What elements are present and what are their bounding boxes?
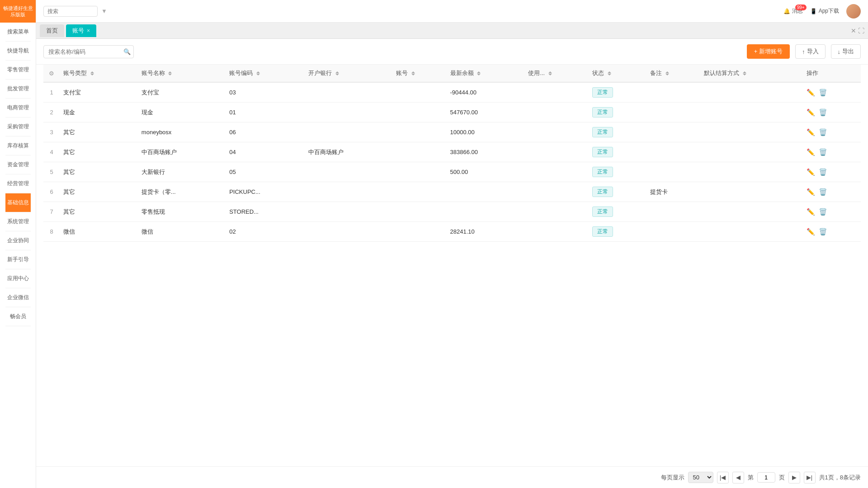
cell-status: 正常 (589, 202, 646, 222)
cell-use (524, 82, 589, 103)
sidebar-item-2[interactable]: 零售管理 (5, 61, 31, 80)
edit-icon-row-3[interactable]: ✏️ (807, 148, 815, 156)
sidebar-item-7[interactable]: 资金管理 (5, 155, 31, 174)
delete-icon-row-2[interactable]: 🗑️ (819, 128, 827, 136)
delete-icon-row-4[interactable]: 🗑️ (819, 168, 827, 176)
chevron-down-icon: ▼ (101, 8, 107, 14)
sidebar-item-5[interactable]: 采购管理 (5, 117, 31, 136)
status-badge: 正常 (592, 206, 613, 217)
bell-icon: 🔔 (783, 8, 790, 14)
tab-restore-icon[interactable]: ✕ (851, 27, 856, 34)
delete-icon-row-0[interactable]: 🗑️ (819, 89, 827, 97)
sidebar-item-8[interactable]: 经营管理 (5, 174, 31, 193)
gear-icon[interactable]: ⚙ (49, 70, 54, 77)
cell-name: 提货卡（零... (138, 182, 226, 202)
row-num: 6 (43, 182, 60, 202)
cell-remark (646, 222, 700, 242)
col-default-settle[interactable]: 默认结算方式 (700, 65, 803, 82)
sidebar-item-13[interactable]: 应用中心 (5, 269, 31, 288)
sidebar-item-11[interactable]: 企业协同 (5, 231, 31, 250)
cell-account (392, 162, 446, 182)
export-icon: ↓ (838, 48, 841, 55)
sidebar-item-3[interactable]: 批发管理 (5, 80, 31, 99)
per-page-select[interactable]: 50 100 200 (688, 472, 713, 483)
delete-icon-row-5[interactable]: 🗑️ (819, 188, 827, 196)
cell-account (392, 82, 446, 103)
cell-bank (305, 122, 392, 142)
app-download-button[interactable]: 📱 App下载 (810, 7, 839, 15)
messages-button[interactable]: 🔔 消息 99+ (783, 7, 803, 15)
sidebar-item-1[interactable]: 快捷导航 (5, 42, 31, 61)
cell-action: ✏️ 🗑️ (803, 202, 861, 222)
delete-icon-row-3[interactable]: 🗑️ (819, 148, 827, 156)
cell-account (392, 122, 446, 142)
delete-icon-row-1[interactable]: 🗑️ (819, 108, 827, 117)
cell-type: 现金 (60, 103, 138, 122)
edit-icon-row-5[interactable]: ✏️ (807, 188, 815, 196)
avatar[interactable] (846, 4, 861, 19)
page-next-button[interactable]: ▶ (788, 472, 800, 483)
sidebar-item-12[interactable]: 新手引导 (5, 250, 31, 269)
sidebar-item-9[interactable]: 基础信息 (5, 193, 31, 212)
sidebar: 畅捷通好生意 乐版版 搜索菜单快捷导航零售管理批发管理电商管理采购管理库存核算资… (0, 0, 36, 488)
edit-icon-row-6[interactable]: ✏️ (807, 208, 815, 216)
status-badge: 正常 (592, 187, 613, 197)
col-status[interactable]: 状态 (589, 65, 646, 82)
col-bank[interactable]: 开户银行 (305, 65, 392, 82)
tab-1[interactable]: 账号× (66, 24, 96, 37)
search-icon[interactable]: 🔍 (123, 48, 131, 55)
page-first-button[interactable]: |◀ (717, 472, 729, 483)
col-account-type[interactable]: 账号类型 (60, 65, 138, 82)
main-area: ▼ 🔔 消息 99+ 📱 App下载 首页账号× ✕ ⛶ (36, 0, 868, 488)
cell-code: 01 (226, 103, 305, 122)
cell-bank (305, 222, 392, 242)
tab-expand-icon[interactable]: ⛶ (858, 27, 864, 34)
delete-icon-row-7[interactable]: 🗑️ (819, 228, 827, 236)
col-account-no[interactable]: 账号 (392, 65, 446, 82)
sidebar-item-15[interactable]: 畅会员 (5, 307, 31, 326)
col-use[interactable]: 使用... (524, 65, 589, 82)
page-last-button[interactable]: ▶| (804, 472, 816, 483)
cell-bank (305, 82, 392, 103)
account-search-input[interactable] (48, 48, 121, 55)
cell-balance: 10000.00 (447, 122, 525, 142)
table-row: 7 其它 零售抵现 STORED... 正常 ✏️ 🗑️ (43, 202, 861, 222)
account-search-box: 🔍 (43, 45, 134, 58)
cell-default-settle (700, 103, 803, 122)
status-badge: 正常 (592, 127, 613, 137)
status-badge: 正常 (592, 107, 613, 117)
tab-0[interactable]: 首页 (40, 24, 64, 37)
accounts-table-wrap: ⚙ 账号类型 账号名称 账号编码 开户银行 账号 最新余额 使用... 状态 备… (36, 65, 868, 466)
sidebar-item-4[interactable]: 电商管理 (5, 99, 31, 117)
topbar-search-input[interactable] (43, 6, 98, 17)
cell-account (392, 142, 446, 162)
row-num: 1 (43, 82, 60, 103)
page-number-input[interactable] (757, 472, 775, 483)
table-row: 6 其它 提货卡（零... PICKUPC... 正常 提货卡 ✏️ 🗑️ (43, 182, 861, 202)
add-account-button[interactable]: + 新增账号 (747, 44, 790, 59)
delete-icon-row-6[interactable]: 🗑️ (819, 208, 827, 216)
col-account-name[interactable]: 账号名称 (138, 65, 226, 82)
cell-balance: 500.00 (447, 162, 525, 182)
toolbar-right: + 新增账号 ↑ 导入 ↓ 导出 (747, 44, 861, 59)
sidebar-item-10[interactable]: 系统管理 (5, 212, 31, 231)
col-account-code[interactable]: 账号编码 (226, 65, 305, 82)
import-button[interactable]: ↑ 导入 (795, 44, 826, 59)
row-num: 7 (43, 202, 60, 222)
edit-icon-row-4[interactable]: ✏️ (807, 168, 815, 176)
cell-default-settle (700, 122, 803, 142)
col-balance[interactable]: 最新余额 (447, 65, 525, 82)
sidebar-item-0[interactable]: 搜索菜单 (5, 23, 31, 42)
tab-close-1[interactable]: × (87, 28, 90, 34)
edit-icon-row-7[interactable]: ✏️ (807, 228, 815, 236)
edit-icon-row-1[interactable]: ✏️ (807, 108, 815, 117)
cell-remark: 提货卡 (646, 182, 700, 202)
sidebar-item-14[interactable]: 企业微信 (5, 288, 31, 307)
edit-icon-row-0[interactable]: ✏️ (807, 89, 815, 97)
col-remark[interactable]: 备注 (646, 65, 700, 82)
export-button[interactable]: ↓ 导出 (831, 44, 861, 59)
edit-icon-row-2[interactable]: ✏️ (807, 128, 815, 136)
sidebar-item-6[interactable]: 库存核算 (5, 136, 31, 155)
cell-bank (305, 103, 392, 122)
page-prev-button[interactable]: ◀ (732, 472, 744, 483)
